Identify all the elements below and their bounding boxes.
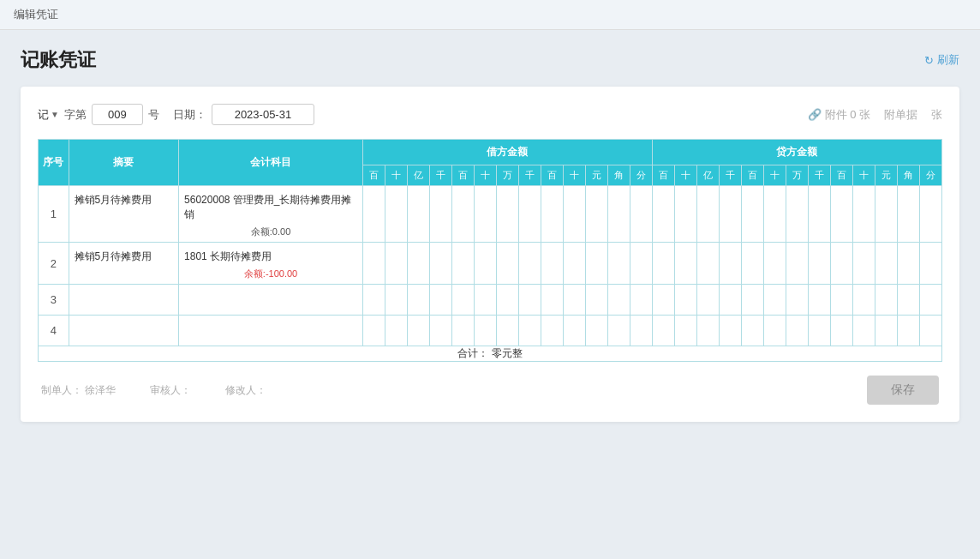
row4-credit-十3[interactable]: [852, 316, 875, 346]
row4-debit-千2[interactable]: [518, 316, 541, 346]
row1-credit-百3[interactable]: [830, 186, 852, 243]
row3-credit-千2[interactable]: [808, 285, 830, 316]
row2-debit-百2[interactable]: [451, 243, 474, 285]
row2-credit-万[interactable]: [786, 243, 808, 285]
row3-debit-十2[interactable]: [474, 285, 496, 316]
row2-credit-角[interactable]: [897, 243, 919, 285]
row1-credit-元[interactable]: [875, 186, 897, 243]
row3-credit-十3[interactable]: [852, 285, 875, 316]
row2-debit-千1[interactable]: [429, 243, 451, 285]
row1-debit-十2[interactable]: [474, 186, 496, 243]
row2-debit-元[interactable]: [585, 243, 607, 285]
row2-credit-百1[interactable]: [652, 243, 674, 285]
row1-credit-十2[interactable]: [763, 186, 786, 243]
row2-credit-亿[interactable]: [696, 243, 719, 285]
row2-credit-十3[interactable]: [852, 243, 875, 285]
row1-account[interactable]: 56020008 管理费用_长期待摊费用摊销 余额:0.00: [179, 186, 363, 243]
sheet-link[interactable]: 附单据: [884, 107, 917, 123]
row2-debit-千2[interactable]: [518, 243, 541, 285]
row3-debit-元[interactable]: [585, 285, 607, 316]
row3-debit-十1[interactable]: [385, 285, 407, 316]
row3-debit-亿[interactable]: [407, 285, 429, 316]
row2-account[interactable]: 1801 长期待摊费用 余额:-100.00: [179, 243, 363, 285]
row2-debit-百1[interactable]: [362, 243, 385, 285]
row1-credit-百2[interactable]: [741, 186, 763, 243]
row4-debit-百3[interactable]: [541, 316, 563, 346]
row1-debit-角[interactable]: [607, 186, 630, 243]
row1-credit-十1[interactable]: [674, 186, 696, 243]
row2-debit-万[interactable]: [496, 243, 518, 285]
row1-credit-千1[interactable]: [719, 186, 741, 243]
row4-debit-十2[interactable]: [474, 316, 496, 346]
voucher-number-input[interactable]: [92, 104, 143, 125]
save-button[interactable]: 保存: [867, 376, 939, 405]
row1-debit-万[interactable]: [496, 186, 518, 243]
row1-debit-千1[interactable]: [429, 186, 451, 243]
row1-debit-分[interactable]: [630, 186, 652, 243]
row2-summary[interactable]: 摊销5月待摊费用: [69, 243, 179, 285]
row4-credit-十2[interactable]: [763, 316, 786, 346]
row1-credit-百1[interactable]: [652, 186, 674, 243]
row3-credit-千1[interactable]: [719, 285, 741, 316]
row3-debit-百2[interactable]: [451, 285, 474, 316]
row3-debit-万[interactable]: [496, 285, 518, 316]
date-input[interactable]: [212, 104, 314, 125]
row3-debit-分[interactable]: [630, 285, 652, 316]
row4-debit-十1[interactable]: [385, 316, 407, 346]
row3-debit-角[interactable]: [607, 285, 630, 316]
row2-debit-十1[interactable]: [385, 243, 407, 285]
row4-credit-元[interactable]: [875, 316, 897, 346]
row4-debit-十3[interactable]: [563, 316, 585, 346]
row2-credit-百3[interactable]: [830, 243, 852, 285]
row3-debit-十3[interactable]: [563, 285, 585, 316]
refresh-button[interactable]: ↻ 刷新: [924, 52, 959, 68]
row4-account[interactable]: [179, 316, 363, 346]
row4-credit-十1[interactable]: [674, 316, 696, 346]
row4-credit-分[interactable]: [919, 316, 941, 346]
row4-credit-千1[interactable]: [719, 316, 741, 346]
row2-credit-千2[interactable]: [808, 243, 830, 285]
row4-credit-百2[interactable]: [741, 316, 763, 346]
row4-debit-百1[interactable]: [362, 316, 385, 346]
row1-credit-千2[interactable]: [808, 186, 830, 243]
row2-debit-百3[interactable]: [541, 243, 563, 285]
row2-credit-百2[interactable]: [741, 243, 763, 285]
row1-credit-角[interactable]: [897, 186, 919, 243]
row1-debit-千2[interactable]: [518, 186, 541, 243]
row3-credit-元[interactable]: [875, 285, 897, 316]
row2-credit-元[interactable]: [875, 243, 897, 285]
row4-debit-亿[interactable]: [407, 316, 429, 346]
row2-debit-十3[interactable]: [563, 243, 585, 285]
row2-credit-十2[interactable]: [763, 243, 786, 285]
row1-credit-十3[interactable]: [852, 186, 875, 243]
row3-credit-百2[interactable]: [741, 285, 763, 316]
row3-summary[interactable]: [69, 285, 179, 316]
row2-debit-角[interactable]: [607, 243, 630, 285]
row4-debit-角[interactable]: [607, 316, 630, 346]
type-dropdown[interactable]: 记 ▼: [38, 107, 59, 123]
row4-summary[interactable]: [69, 316, 179, 346]
row1-debit-十3[interactable]: [563, 186, 585, 243]
row3-account[interactable]: [179, 285, 363, 316]
row1-credit-分[interactable]: [919, 186, 941, 243]
row4-credit-千2[interactable]: [808, 316, 830, 346]
row1-debit-百2[interactable]: [451, 186, 474, 243]
row3-credit-百3[interactable]: [830, 285, 852, 316]
row2-debit-分[interactable]: [630, 243, 652, 285]
row4-debit-万[interactable]: [496, 316, 518, 346]
row3-debit-百1[interactable]: [362, 285, 385, 316]
row3-credit-分[interactable]: [919, 285, 941, 316]
row2-debit-十2[interactable]: [474, 243, 496, 285]
row4-debit-分[interactable]: [630, 316, 652, 346]
row1-summary[interactable]: 摊销5月待摊费用: [69, 186, 179, 243]
row1-debit-百1[interactable]: [362, 186, 385, 243]
row4-credit-万[interactable]: [786, 316, 808, 346]
row1-debit-百3[interactable]: [541, 186, 563, 243]
row3-credit-角[interactable]: [897, 285, 919, 316]
row3-debit-百3[interactable]: [541, 285, 563, 316]
row1-credit-亿[interactable]: [696, 186, 719, 243]
row4-credit-百3[interactable]: [830, 316, 852, 346]
row4-credit-百1[interactable]: [652, 316, 674, 346]
attachment-link[interactable]: 🔗 附件 0 张: [808, 107, 870, 123]
row1-debit-十1[interactable]: [385, 186, 407, 243]
